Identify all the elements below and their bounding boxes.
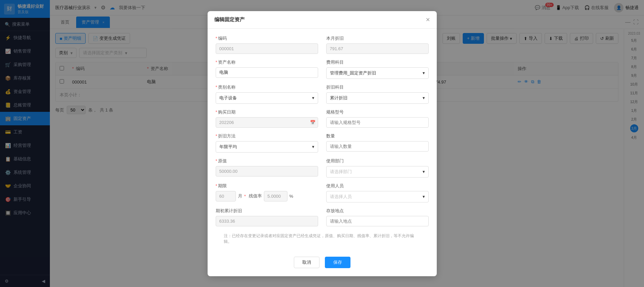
field-quantity: 数量 (326, 133, 429, 153)
original-input[interactable] (216, 166, 318, 177)
expense-subject-select[interactable]: 管理费用_固定资产折旧 ▾ (326, 67, 429, 79)
dep-method-label: * 折旧方法 (216, 133, 318, 139)
salvage-unit: % (289, 194, 294, 199)
dep-subject-select[interactable]: 累计折旧 ▾ (326, 92, 429, 104)
monthly-dep-label: 本月折旧 (326, 35, 429, 41)
dept-placeholder: 请选择部门 (330, 169, 352, 175)
user-label: 使用人员 (326, 183, 429, 189)
dialog-overlay: 编辑固定资产 ✕ * 编码 本月折旧 * (0, 0, 644, 287)
chevron-down-icon: ▾ (423, 70, 425, 75)
user-select[interactable]: 请选择人员 ▾ (326, 191, 429, 202)
field-initial-dep: 期初累计折旧 (216, 208, 318, 226)
quantity-label: 数量 (326, 133, 429, 139)
model-label: 规格型号 (326, 109, 429, 115)
field-category: * 类别名称 电子设备 ▾ (216, 84, 318, 104)
dialog-body: * 编码 本月折旧 * 资产名称 (208, 29, 437, 251)
model-input[interactable] (326, 117, 429, 128)
cancel-button[interactable]: 取消 (294, 257, 319, 268)
initial-dep-label: 期初累计折旧 (216, 208, 318, 214)
field-purchase-date: * 购买日期 📅 (216, 109, 318, 128)
code-label: * 编码 (216, 35, 318, 41)
original-label: * 原值 (216, 158, 318, 164)
dialog-close-icon[interactable]: ✕ (426, 17, 430, 23)
field-code: * 编码 (216, 35, 318, 54)
field-original: * 原值 (216, 158, 318, 178)
category-select[interactable]: 电子设备 ▾ (216, 92, 318, 104)
field-asset-name: * 资产名称 (216, 59, 318, 79)
period-label: * 期限 (216, 183, 318, 189)
asset-name-input[interactable] (216, 67, 318, 78)
category-value: 电子设备 (219, 95, 237, 101)
chevron-down-icon3: ▾ (423, 95, 425, 100)
field-model: 规格型号 (326, 109, 429, 128)
field-dep-method: * 折旧方法 年限平均 ▾ (216, 133, 318, 153)
chevron-down-icon5: ▾ (423, 169, 425, 174)
field-location: 存放地点 (326, 208, 429, 226)
salvage-label: 残值率 (249, 193, 262, 199)
dep-method-value: 年限平均 (219, 144, 237, 150)
field-dep-subject: 折旧科目 累计折旧 ▾ (326, 84, 429, 104)
monthly-dep-input (326, 43, 429, 54)
edit-asset-dialog: 编辑固定资产 ✕ * 编码 本月折旧 * (208, 11, 437, 276)
dep-method-select[interactable]: 年限平均 ▾ (216, 141, 318, 153)
asset-name-label: * 资产名称 (216, 59, 318, 65)
chevron-down-icon4: ▾ (312, 144, 314, 149)
quantity-input[interactable] (326, 141, 429, 152)
purchase-date-input[interactable] (216, 117, 318, 128)
period-input[interactable] (216, 191, 236, 201)
dialog-footer: 取消 保存 (208, 251, 437, 268)
expense-subject-label: 费用科目 (326, 59, 429, 65)
purchase-date-wrapper: 📅 (216, 117, 318, 128)
location-input[interactable] (326, 216, 429, 226)
category-label: * 类别名称 (216, 84, 318, 90)
location-label: 存放地点 (326, 208, 429, 214)
purchase-date-label: * 购买日期 (216, 109, 318, 115)
field-dept: 使用部门 请选择部门 ▾ (326, 158, 429, 178)
salvage-input[interactable] (264, 191, 287, 201)
save-button[interactable]: 保存 (325, 257, 350, 268)
field-period-salvage: * 期限 月 * 残值率 % (216, 183, 318, 202)
expense-subject-value: 管理费用_固定资产折旧 (330, 70, 376, 76)
period-salvage-group: 月 * 残值率 % (216, 191, 318, 201)
user-placeholder: 请选择人员 (330, 194, 352, 200)
dep-subject-label: 折旧科目 (326, 84, 429, 90)
field-user: 使用人员 请选择人员 ▾ (326, 183, 429, 202)
initial-dep-input (216, 216, 318, 226)
dialog-header: 编辑固定资产 ✕ (208, 11, 437, 29)
dept-select[interactable]: 请选择部门 ▾ (326, 166, 429, 178)
period-unit: 月 (238, 193, 242, 199)
salvage-required: * (244, 194, 246, 199)
calendar-icon: 📅 (310, 120, 315, 125)
dialog-title: 编辑固定资产 (214, 17, 245, 23)
chevron-down-icon6: ▾ (423, 194, 425, 199)
dialog-note: 注：已经存在变更记录或者对应固定资产已经生成凭证，原值、购买日期、残值率、累计折… (216, 232, 429, 245)
dep-subject-value: 累计折旧 (330, 95, 347, 101)
chevron-down-icon2: ▾ (312, 95, 314, 100)
field-monthly-dep: 本月折旧 (326, 35, 429, 54)
dept-label: 使用部门 (326, 158, 429, 164)
field-expense-subject: 费用科目 管理费用_固定资产折旧 ▾ (326, 59, 429, 79)
code-input[interactable] (216, 43, 318, 54)
